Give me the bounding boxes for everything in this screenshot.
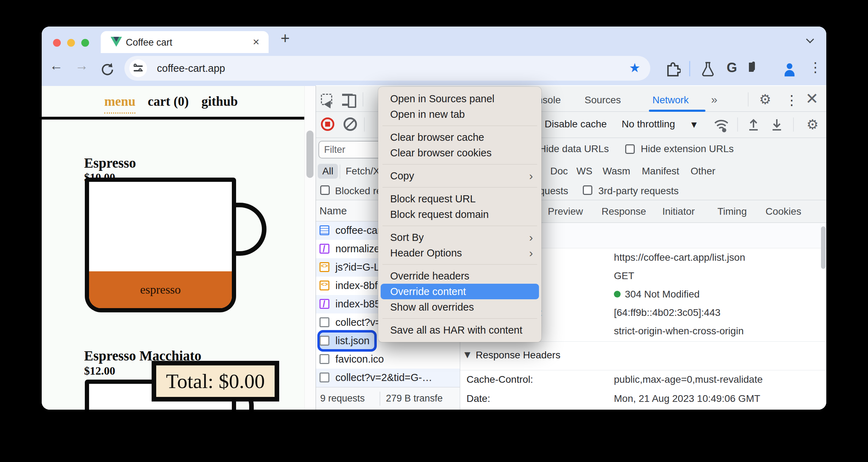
reload-button[interactable] [100,62,115,77]
stylesheet-file-icon [319,244,329,254]
menu-item-save-har[interactable]: Save all as HAR with content [378,322,541,338]
site-settings-button[interactable] [129,59,147,77]
menu-item-open-sources[interactable]: Open in Sources panel [378,91,541,106]
blocked-cookies-checkbox[interactable] [320,185,330,195]
third-party-label[interactable]: 3rd-party requests [598,185,679,197]
menu-item-block-url[interactable]: Block request URL [378,191,541,207]
tune-icon [134,64,137,67]
forward-button[interactable]: → [75,58,88,73]
submenu-arrow-icon: › [529,245,533,261]
third-party-checkbox[interactable] [583,185,592,195]
clear-network-log-icon[interactable] [344,117,357,131]
browser-menu-icon[interactable]: ⋮ [809,59,822,75]
menu-item-clear-cache[interactable]: Clear browser cache [378,129,541,145]
menu-separator [382,226,537,226]
divider [793,117,794,132]
submenu-arrow-icon: › [529,230,533,245]
document-file-icon [319,225,329,235]
espresso-cup[interactable]: espresso [85,178,236,312]
menu-item-override-content[interactable]: Override content [381,284,539,299]
back-button[interactable]: ← [49,58,63,73]
detail-tab-timing[interactable]: Timing [717,206,747,217]
google-app-icon[interactable]: G [727,60,737,75]
close-window-button[interactable] [53,39,61,47]
disable-cache-label[interactable]: Disable cache [545,119,607,130]
nav-link-menu[interactable]: menu [104,94,135,114]
hide-extension-urls-checkbox[interactable] [625,144,635,154]
menu-separator [382,164,537,164]
filter-type-ws[interactable]: WS [576,166,592,177]
menu-item-sort-by[interactable]: Sort By› [378,230,541,245]
zoom-window-button[interactable] [81,39,89,47]
network-conditions-icon[interactable] [712,117,730,133]
stylesheet-file-icon [319,299,329,309]
generic-file-icon [319,336,329,346]
nav-link-github[interactable]: github [201,94,238,109]
device-toolbar-icon[interactable] [342,94,356,106]
filter-type-doc[interactable]: Doc [550,166,568,177]
devtools-close-icon[interactable]: ✕ [805,92,819,105]
divider [380,392,380,406]
record-network-log-icon[interactable] [321,117,334,131]
nav-divider [42,117,304,120]
detail-tab-cookies[interactable]: Cookies [766,206,801,217]
filter-type-other[interactable]: Other [691,166,715,177]
filter-type-all[interactable]: All [318,164,338,179]
labs-flask-icon[interactable] [700,61,716,77]
menu-separator [382,187,537,187]
tab-search-chevron-icon[interactable] [806,35,814,44]
page-scrollbar-thumb[interactable] [306,131,313,178]
response-headers-title: Response Headers [476,350,561,361]
throttling-dropdown-icon[interactable]: ▼ [691,120,697,129]
detail-tab-initiator[interactable]: Initiator [662,206,695,217]
divider [340,164,340,179]
minimize-window-button[interactable] [67,39,75,47]
filter-type-wasm[interactable]: Wasm [603,166,630,177]
product-price: $12.00 [84,364,115,377]
menu-item-header-options[interactable]: Header Options› [378,245,541,261]
more-tabs-icon[interactable]: » [711,93,717,106]
request-row[interactable]: collect?v=2&tid=G-… [316,369,460,387]
menu-item-block-domain[interactable]: Block request domain [378,207,541,222]
detail-scrollbar-thumb[interactable] [821,226,826,269]
tab-sources[interactable]: Sources [585,94,621,106]
import-har-icon[interactable] [746,117,761,133]
devtools-settings-icon[interactable]: ⚙ [759,92,771,107]
hide-data-urls-label[interactable]: Hide data URLs [539,143,609,155]
throttling-select[interactable]: No throttling [622,119,675,130]
menu-item-clear-cookies[interactable]: Clear browser cookies [378,145,541,161]
cup-label: espresso [140,283,181,296]
export-har-icon[interactable] [769,117,785,133]
nav-link-cart[interactable]: cart (0) [148,94,189,109]
menu-item-copy[interactable]: Copy› [378,168,541,184]
network-settings-icon[interactable]: ⚙ [807,117,819,132]
transferred-size: 279 B transfe [386,393,443,404]
side-panel-icon[interactable] [752,62,755,70]
omnibox[interactable]: coffee-cart.app ★ [124,56,650,81]
request-row[interactable]: favicon.ico [316,350,460,369]
bookmark-star-icon[interactable]: ★ [629,60,640,75]
hide-extension-urls-label[interactable]: Hide extension URLs [641,143,734,155]
divider [737,117,738,132]
menu-item-override-headers[interactable]: Override headers [378,268,541,284]
menu-separator [382,126,537,126]
tab-close-icon[interactable]: × [253,35,259,48]
browser-tab[interactable]: Coffee cart × [101,31,269,53]
url-text[interactable]: coffee-cart.app [157,63,225,74]
tab-network[interactable]: Network [652,94,689,106]
detail-tab-response[interactable]: Response [602,206,646,217]
header-row: Date:Mon, 21 Aug 2023 10:49:06 GMT [460,389,826,408]
menu-item-open-new-tab[interactable]: Open in new tab [378,106,541,122]
extensions-icon[interactable] [665,61,681,76]
page-scrollbar[interactable] [304,86,316,410]
generic-file-icon [319,317,329,327]
response-headers-section[interactable]: ▼ Response Headers [460,341,826,370]
detail-tab-preview[interactable]: Preview [548,206,583,217]
new-tab-button[interactable]: + [281,29,290,47]
cart-total-box[interactable]: Total: $0.00 [152,361,279,402]
inspect-element-icon[interactable] [321,94,332,105]
filter-type-manifest[interactable]: Manifest [642,166,679,177]
devtools-menu-icon[interactable]: ⋮ [785,92,798,108]
menu-item-show-overrides[interactable]: Show all overrides [378,299,541,315]
menu-separator [382,318,537,319]
